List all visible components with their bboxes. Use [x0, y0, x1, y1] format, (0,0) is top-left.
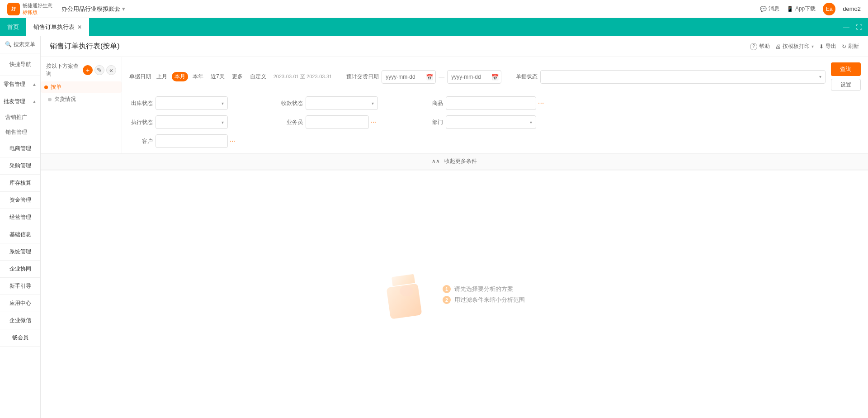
- goods-input-wrap: ···: [446, 96, 861, 110]
- sidebar-section-wholesale: 批发管理 ▲ 营销推广 销售管理: [0, 93, 40, 140]
- sidebar-item-inventory[interactable]: 库存核算: [0, 175, 40, 192]
- collapse-scheme-button[interactable]: «: [106, 65, 116, 75]
- collapse-up-icon: ∧∧: [432, 158, 440, 164]
- print-button[interactable]: 🖨 按模板打印 ▾: [775, 43, 814, 50]
- shortcut-7days[interactable]: 近7天: [208, 72, 227, 81]
- empty-state: 1 请先选择要分析的方案 2 用过滤条件来缩小分析范围: [41, 171, 868, 418]
- delivery-to-wrap: 📅: [447, 70, 501, 84]
- salesman-label: 业务员: [279, 119, 303, 126]
- scheme-panel: 按以下方案查询 + ✎ «: [41, 57, 122, 153]
- pay-status-chevron: ▾: [372, 101, 374, 106]
- out-status-select[interactable]: ▾: [156, 96, 228, 110]
- calendar-to-icon: 📅: [491, 73, 499, 80]
- add-scheme-button[interactable]: +: [83, 65, 93, 75]
- page-actions: ? 帮助 🖨 按模板打印 ▾ ⬇ 导出 ↻ 刷新: [750, 43, 859, 50]
- pay-status-label: 收款状态: [279, 100, 303, 107]
- tab-maximize-button[interactable]: ⛶: [854, 22, 864, 33]
- goods-dots-icon[interactable]: ···: [538, 99, 544, 107]
- bill-status-select[interactable]: ▾: [540, 70, 826, 84]
- app-download-button[interactable]: 📱 App下载: [787, 5, 816, 13]
- salesman-input[interactable]: [306, 115, 369, 129]
- shortcut-custom[interactable]: 自定义: [247, 72, 269, 81]
- dept-chevron: ▾: [530, 120, 532, 125]
- bill-status-chevron: ▾: [819, 74, 821, 79]
- shortcut-this-month[interactable]: 本月: [172, 72, 188, 81]
- sidebar-item-operations[interactable]: 经营管理: [0, 209, 40, 226]
- empty-num-1: 1: [443, 285, 451, 293]
- empty-lines: 1 请先选择要分析的方案 2 用过滤条件来缩小分析范围: [443, 285, 525, 304]
- filter-fields: 单据日期 上月 本月 本年 近7天 更多 自定义 2023-03-01 至 20…: [122, 57, 868, 153]
- sidebar-item-enterprise[interactable]: 企业协同: [0, 261, 40, 278]
- message-icon: 💬: [760, 6, 767, 12]
- sidebar-item-finance[interactable]: 资金管理: [0, 192, 40, 209]
- salesman-input-wrap: ···: [306, 115, 406, 129]
- sidebar-item-wechat[interactable]: 企业微信: [0, 312, 40, 329]
- tab-minimize-button[interactable]: —: [841, 22, 852, 33]
- sidebar-search[interactable]: 🔍 搜索菜单: [0, 36, 40, 53]
- scheme-item-qiankuang[interactable]: 欠货情况: [41, 94, 122, 105]
- customer-dots-icon[interactable]: ···: [230, 137, 236, 145]
- help-button[interactable]: ? 帮助: [750, 43, 770, 50]
- settings-button[interactable]: 设置: [831, 79, 861, 91]
- exec-status-select-wrap: ▾: [156, 115, 256, 129]
- sidebar-item-quick-nav[interactable]: 快捷导航: [0, 57, 40, 72]
- sidebar: 🔍 搜索菜单 快捷导航 零售管理 ▲ 批发管理 ▲ 营销推广 销售管理: [0, 36, 41, 418]
- sidebar-item-purchase[interactable]: 采购管理: [0, 157, 40, 175]
- filter-row-2: 出库状态 ▾ 收款状态: [129, 96, 861, 110]
- shortcut-more[interactable]: 更多: [229, 72, 245, 81]
- shortcut-this-year[interactable]: 本年: [190, 72, 206, 81]
- sidebar-item-sales[interactable]: 销售管理: [0, 125, 40, 140]
- goods-input[interactable]: [446, 96, 536, 110]
- dept-select[interactable]: ▾: [446, 115, 536, 129]
- empty-line-1: 1 请先选择要分析的方案: [443, 285, 525, 293]
- scheme-section-label: 按以下方案查询: [46, 62, 83, 78]
- bill-status-select-wrap: ▾: [540, 70, 826, 84]
- pay-status-select-wrap: ▾: [306, 96, 406, 110]
- bill-status-label: 单据状态: [516, 73, 538, 81]
- sidebar-item-basic-info[interactable]: 基础信息: [0, 226, 40, 243]
- message-button[interactable]: 💬 消息: [760, 5, 779, 13]
- empty-num-2: 2: [443, 296, 451, 304]
- empty-state-content: 1 请先选择要分析的方案 2 用过滤条件来缩小分析范围: [384, 272, 525, 317]
- scheme-list: 按单 欠货情况: [41, 81, 122, 105]
- retail-arrow-icon: ▲: [32, 82, 37, 87]
- sidebar-item-member[interactable]: 畅会员: [0, 329, 40, 347]
- avatar[interactable]: Ea: [823, 3, 835, 15]
- out-status-select-wrap: ▾: [156, 96, 256, 110]
- export-button[interactable]: ⬇ 导出: [819, 43, 836, 50]
- pay-status-select[interactable]: ▾: [306, 96, 378, 110]
- query-button[interactable]: 查询: [831, 62, 861, 76]
- breadcrumb: 办公用品行业模拟账套 ▾: [61, 5, 125, 13]
- tab-home[interactable]: 首页: [0, 18, 26, 36]
- filter-row-1: 单据日期 上月 本月 本年 近7天 更多 自定义 2023-03-01 至 20…: [129, 62, 861, 91]
- customer-input[interactable]: [156, 134, 228, 148]
- sidebar-item-marketing[interactable]: 营销推广: [0, 110, 40, 125]
- sidebar-wholesale-header[interactable]: 批发管理 ▲: [0, 93, 40, 110]
- delivery-label: 预计交货日期: [346, 73, 379, 81]
- edit-icon: ✎: [97, 66, 102, 74]
- scheme-item-anidan[interactable]: 按单: [41, 81, 122, 93]
- sidebar-item-newbie[interactable]: 新手引导: [0, 278, 40, 295]
- edit-scheme-button[interactable]: ✎: [94, 65, 104, 75]
- tab-sales-table[interactable]: 销售订单执行表 ✕: [26, 18, 89, 36]
- sidebar-item-ecommerce[interactable]: 电商管理: [0, 140, 40, 157]
- filter-panel: 按以下方案查询 + ✎ «: [41, 57, 868, 169]
- sidebar-retail-header[interactable]: 零售管理 ▲: [0, 76, 40, 93]
- sidebar-item-app-center[interactable]: 应用中心: [0, 295, 40, 312]
- customer-input-wrap: ···: [156, 134, 256, 148]
- refresh-button[interactable]: ↻ 刷新: [842, 43, 859, 50]
- filter-goods: 商品 ···: [429, 96, 861, 110]
- salesman-dots-icon[interactable]: ···: [371, 118, 377, 126]
- tab-close-icon[interactable]: ✕: [77, 24, 82, 30]
- print-icon: 🖨: [775, 43, 781, 50]
- sidebar-item-system[interactable]: 系统管理: [0, 243, 40, 261]
- print-chevron: ▾: [811, 44, 814, 49]
- date-range-text: 2023-03-01 至 2023-03-31: [274, 73, 332, 80]
- main-layout: 🔍 搜索菜单 快捷导航 零售管理 ▲ 批发管理 ▲ 营销推广 销售管理: [0, 36, 868, 418]
- shortcut-last-month[interactable]: 上月: [154, 72, 170, 81]
- collapse-bar[interactable]: ∧∧ 收起更多条件: [41, 153, 868, 169]
- collapse-label: 收起更多条件: [444, 158, 477, 164]
- exec-status-select[interactable]: ▾: [156, 115, 228, 129]
- empty-illustration: [384, 272, 429, 317]
- breadcrumb-chevron[interactable]: ▾: [122, 5, 125, 12]
